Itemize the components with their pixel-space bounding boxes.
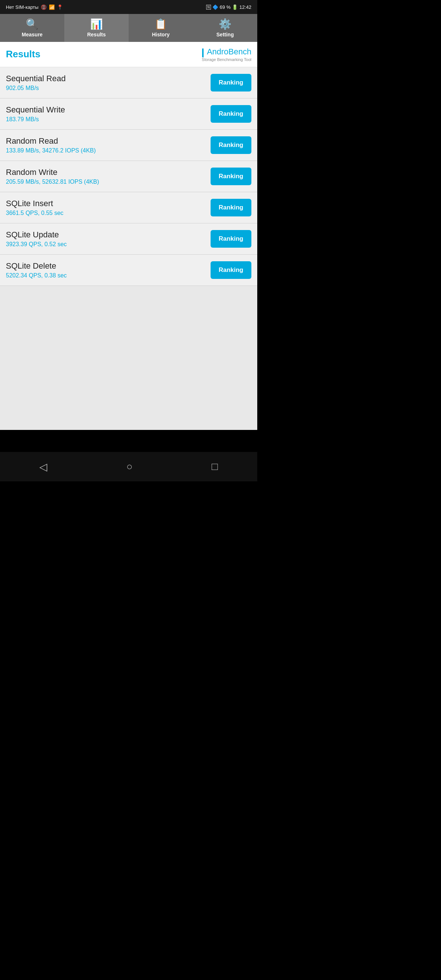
- android-nav-bar: ◁ ○ □: [0, 452, 257, 481]
- benchmark-value-random-write: 205.59 MB/s, 52632.81 IOPS (4KB): [6, 178, 99, 185]
- ranking-button-sqlite-delete[interactable]: Ranking: [210, 261, 252, 279]
- benchmark-row-sqlite-insert: SQLite Insert 3661.5 QPS, 0.55 sec Ranki…: [0, 192, 257, 223]
- sim-icon: 📵: [41, 5, 47, 10]
- benchmark-name-sequential-write: Sequential Write: [6, 105, 65, 115]
- benchmark-name-random-write: Random Write: [6, 167, 99, 177]
- back-button[interactable]: ◁: [28, 457, 59, 477]
- home-button[interactable]: ○: [115, 457, 144, 476]
- benchmark-value-sqlite-insert: 3661.5 QPS, 0.55 sec: [6, 210, 64, 216]
- tab-results-label: Results: [87, 32, 106, 38]
- nav-tabs: 🔍 Measure 📊 Results 📋 History ⚙️ Setting: [0, 14, 257, 42]
- ranking-button-sqlite-insert[interactable]: Ranking: [210, 199, 252, 216]
- benchmark-info-random-read: Random Read 133.89 MB/s, 34276.2 IOPS (4…: [6, 136, 96, 154]
- recent-button[interactable]: □: [201, 457, 229, 476]
- tab-results[interactable]: 📊 Results: [64, 14, 129, 42]
- benchmark-info-sqlite-update: SQLite Update 3923.39 QPS, 0.52 sec: [6, 230, 67, 248]
- status-right: 🄽 🔷 69 % 🔋 12:42: [206, 5, 252, 10]
- battery-icon: 🔋: [232, 5, 238, 10]
- tab-measure[interactable]: 🔍 Measure: [0, 14, 64, 42]
- logo-pipe: [202, 48, 204, 57]
- benchmark-row-random-write: Random Write 205.59 MB/s, 52632.81 IOPS …: [0, 161, 257, 192]
- time-text: 12:42: [239, 5, 252, 10]
- benchmark-name-random-read: Random Read: [6, 136, 96, 146]
- benchmark-info-sqlite-delete: SQLite Delete 5202.34 QPS, 0.38 sec: [6, 261, 67, 279]
- empty-space: [0, 356, 257, 430]
- tab-setting[interactable]: ⚙️ Setting: [193, 14, 257, 42]
- benchmark-row-sequential-write: Sequential Write 183.79 MB/s Ranking: [0, 99, 257, 130]
- tab-history[interactable]: 📋 History: [129, 14, 193, 42]
- logo-text: AndroBench: [207, 47, 252, 56]
- ranking-button-sequential-read[interactable]: Ranking: [210, 74, 252, 92]
- measure-icon: 🔍: [26, 19, 38, 29]
- history-icon: 📋: [154, 19, 167, 29]
- benchmark-row-sqlite-update: SQLite Update 3923.39 QPS, 0.52 sec Rank…: [0, 223, 257, 255]
- ranking-button-random-read[interactable]: Ranking: [210, 136, 252, 154]
- logo-name-row: AndroBench: [202, 47, 252, 57]
- bluetooth-icon: 🔷: [212, 5, 218, 10]
- battery-text: 69 %: [220, 5, 231, 10]
- benchmark-info-sequential-write: Sequential Write 183.79 MB/s: [6, 105, 65, 123]
- benchmark-list: Sequential Read 902.05 MB/s Ranking Sequ…: [0, 67, 257, 356]
- benchmark-name-sqlite-insert: SQLite Insert: [6, 199, 64, 208]
- ranking-button-sqlite-update[interactable]: Ranking: [210, 230, 252, 248]
- benchmark-name-sequential-read: Sequential Read: [6, 74, 66, 83]
- tab-measure-label: Measure: [22, 32, 43, 38]
- benchmark-value-sequential-read: 902.05 MB/s: [6, 85, 66, 92]
- androbench-logo: AndroBench Storage Benchmarking Tool: [202, 47, 252, 62]
- logo-subtitle: Storage Benchmarking Tool: [202, 57, 252, 62]
- nfc-icon: 🄽: [206, 5, 211, 10]
- benchmark-value-random-read: 133.89 MB/s, 34276.2 IOPS (4KB): [6, 147, 96, 154]
- benchmark-value-sequential-write: 183.79 MB/s: [6, 116, 65, 123]
- status-bar: Нет SIM-карты 📵 📶 📍 🄽 🔷 69 % 🔋 12:42: [0, 0, 257, 14]
- ranking-button-random-write[interactable]: Ranking: [210, 167, 252, 185]
- benchmark-name-sqlite-delete: SQLite Delete: [6, 261, 67, 271]
- wifi-icon: 📶: [49, 5, 55, 10]
- benchmark-info-sequential-read: Sequential Read 902.05 MB/s: [6, 74, 66, 92]
- status-left: Нет SIM-карты 📵 📶 📍: [6, 5, 63, 10]
- benchmark-info-sqlite-insert: SQLite Insert 3661.5 QPS, 0.55 sec: [6, 199, 64, 216]
- benchmark-info-random-write: Random Write 205.59 MB/s, 52632.81 IOPS …: [6, 167, 99, 185]
- benchmark-row-random-read: Random Read 133.89 MB/s, 34276.2 IOPS (4…: [0, 130, 257, 161]
- tab-history-label: History: [152, 32, 169, 38]
- benchmark-name-sqlite-update: SQLite Update: [6, 230, 67, 240]
- setting-icon: ⚙️: [219, 19, 231, 29]
- benchmark-row-sqlite-delete: SQLite Delete 5202.34 QPS, 0.38 sec Rank…: [0, 255, 257, 286]
- bottom-black-bar: [0, 430, 257, 452]
- results-title: Results: [6, 48, 40, 60]
- benchmark-row-sequential-read: Sequential Read 902.05 MB/s Ranking: [0, 67, 257, 99]
- ranking-button-sequential-write[interactable]: Ranking: [210, 105, 252, 123]
- location-icon: 📍: [57, 5, 63, 10]
- carrier-text: Нет SIM-карты: [6, 5, 38, 10]
- benchmark-value-sqlite-delete: 5202.34 QPS, 0.38 sec: [6, 272, 67, 279]
- results-icon: 📊: [90, 19, 103, 29]
- tab-setting-label: Setting: [217, 32, 234, 38]
- results-header: Results AndroBench Storage Benchmarking …: [0, 42, 257, 67]
- benchmark-value-sqlite-update: 3923.39 QPS, 0.52 sec: [6, 241, 67, 248]
